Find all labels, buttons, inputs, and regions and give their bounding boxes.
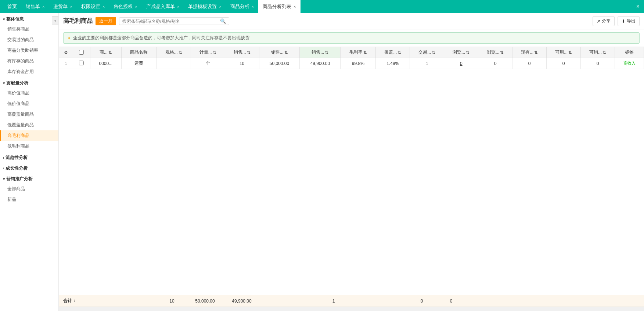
cell-name: 运费 xyxy=(121,58,156,69)
sidebar-group-contribution[interactable]: ▾ 贡献量分析 xyxy=(0,77,58,88)
nav-product-analysis[interactable]: 商品分析 × xyxy=(226,0,258,13)
cell-spec xyxy=(156,58,191,69)
sidebar-item-high-margin[interactable]: 高毛利商品 xyxy=(0,130,58,141)
close-product-entry[interactable]: × xyxy=(177,4,179,9)
col-gross-margin[interactable]: 毛利率 ⇅ xyxy=(341,47,376,58)
summary-transactions: 1 xyxy=(319,299,348,304)
page-title: 高毛利商品 xyxy=(63,17,93,25)
table-header-row: ⚙ 商... ⇅ 商品名称 规格... ⇅ 计量... ⇅ 销售... ⇅ 销售… xyxy=(59,47,644,58)
nav-permission-settings[interactable]: 权限设置 × xyxy=(77,0,109,13)
sidebar-item-category-sales-rate[interactable]: 商品分类助销率 xyxy=(0,45,58,56)
col-coverage[interactable]: 覆盖... ⇅ xyxy=(376,47,410,58)
sidebar-item-high-coverage[interactable]: 高覆盖量商品 xyxy=(0,109,58,120)
close-sales-order[interactable]: × xyxy=(42,4,44,9)
sidebar-item-sales-goods[interactable]: 销售类商品 xyxy=(0,24,58,35)
col-sales-amount[interactable]: 销售... ⇅ xyxy=(259,47,300,58)
nav-home[interactable]: 首页 xyxy=(3,0,21,13)
col-browse2[interactable]: 浏览... ⇅ xyxy=(478,47,512,58)
sidebar-item-new-goods[interactable]: 新品 xyxy=(0,194,58,205)
cell-sales-amount: 50,000.00 xyxy=(259,58,300,69)
nav-role-auth[interactable]: 角色授权 × xyxy=(109,0,141,13)
data-table: ⚙ 商... ⇅ 商品名称 规格... ⇅ 计量... ⇅ 销售... ⇅ 销售… xyxy=(59,47,644,69)
sidebar-group-marketing[interactable]: ▾ 营销推广分析 xyxy=(0,173,58,184)
search-input[interactable] xyxy=(122,19,220,24)
notice-icon: ✦ xyxy=(67,36,71,41)
select-all-checkbox[interactable] xyxy=(79,50,84,55)
sidebar-item-traded-goods[interactable]: 交易过的商品 xyxy=(0,35,58,45)
cell-current-stock: 0 xyxy=(512,58,547,69)
cell-tag: 高收入 xyxy=(615,58,644,69)
col-spec[interactable]: 规格... ⇅ xyxy=(156,47,191,58)
sidebar-group-overall[interactable]: ▾ 整体信息 xyxy=(0,13,58,24)
col-sales-cost[interactable]: 销售... ⇅ xyxy=(300,47,341,58)
search-icon[interactable]: 🔍 xyxy=(220,18,226,24)
col-transactions[interactable]: 交易... ⇅ xyxy=(410,47,444,58)
share-icon: ↗ xyxy=(597,19,600,24)
table-container: ⚙ 商... ⇅ 商品名称 规格... ⇅ 计量... ⇅ 销售... ⇅ 销售… xyxy=(59,47,644,295)
header-actions: ↗ 分享 ⬇ 导出 xyxy=(593,16,640,26)
close-product-analysis-list[interactable]: × xyxy=(294,4,296,9)
summary-label: 合计： xyxy=(63,298,76,304)
table-row: 1 0000... 运费 个 10 50,000.00 49,900.00 99… xyxy=(59,58,644,69)
summary-current-stock: 0 xyxy=(407,299,436,304)
close-permission-settings[interactable]: × xyxy=(102,4,105,9)
cell-sales-cost: 49,900.00 xyxy=(300,58,341,69)
sidebar-item-low-margin[interactable]: 低毛利商品 xyxy=(0,141,58,152)
col-name: 商品名称 xyxy=(121,47,156,58)
cell-checkbox[interactable] xyxy=(73,58,90,69)
cell-browse1[interactable]: 0 xyxy=(444,58,478,69)
col-sales-qty[interactable]: 销售... ⇅ xyxy=(225,47,259,58)
cell-gross-margin: 99.8% xyxy=(341,58,376,69)
sidebar-item-stock-fund[interactable]: 库存资金占用 xyxy=(0,66,58,77)
col-tag: 标签 xyxy=(615,47,644,58)
col-code[interactable]: 商... ⇅ xyxy=(90,47,122,58)
row-checkbox[interactable] xyxy=(79,61,84,65)
col-available-stock[interactable]: 可用... ⇅ xyxy=(547,47,581,58)
notice-bar: ✦ 企业的主要的利润都是这部分商品创造的，可考虑加大推广，同时关注库存是不要出现… xyxy=(63,32,640,44)
sidebar-collapse-btn[interactable]: « xyxy=(52,16,58,25)
content-area: 高毛利商品 近一月 🔍 ↗ 分享 ⬇ 导出 ✦ 企业的主要的利润都是这部分商品创… xyxy=(59,13,644,311)
close-template-settings[interactable]: × xyxy=(219,4,221,9)
sidebar-group-growth[interactable]: › 成长性分析 xyxy=(0,162,58,173)
nav-product-analysis-list[interactable]: 商品分析列表 × xyxy=(258,0,300,13)
sidebar-item-all-goods[interactable]: 全部商品 xyxy=(0,184,58,194)
close-purchase-order[interactable]: × xyxy=(70,4,72,9)
close-role-auth[interactable]: × xyxy=(135,4,137,9)
cell-browse2: 0 xyxy=(478,58,512,69)
cell-index: 1 xyxy=(59,58,73,69)
nav-purchase-order[interactable]: 进货单 × xyxy=(49,0,76,13)
sidebar-item-low-value[interactable]: 低价值商品 xyxy=(0,98,58,109)
arrow-trend: › xyxy=(3,156,4,160)
nav-product-entry[interactable]: 产成品入库单 × xyxy=(142,0,184,13)
cell-unit: 个 xyxy=(191,58,225,69)
col-browse1[interactable]: 浏览... ⇅ xyxy=(444,47,478,58)
nav-sales-order[interactable]: 销售单 × xyxy=(21,0,49,13)
export-button[interactable]: ⬇ 导出 xyxy=(618,16,640,26)
horizontal-scrollbar[interactable] xyxy=(59,307,644,311)
cell-sales-qty: 10 xyxy=(225,58,259,69)
col-checkbox[interactable] xyxy=(73,47,90,58)
arrow-overall: ▾ xyxy=(3,17,5,21)
arrow-marketing: ▾ xyxy=(3,177,5,181)
sidebar-item-high-value[interactable]: 高价值商品 xyxy=(0,88,58,98)
cell-code[interactable]: 0000... xyxy=(90,58,122,69)
col-current-stock[interactable]: 现有... ⇅ xyxy=(512,47,547,58)
content-header: 高毛利商品 近一月 🔍 ↗ 分享 ⬇ 导出 xyxy=(59,13,644,29)
notice-text: 企业的主要的利润都是这部分商品创造的，可考虑加大推广，同时关注库存是不要出现缺货 xyxy=(73,35,249,41)
sidebar-group-trend[interactable]: › 流趋性分析 xyxy=(0,152,58,162)
close-all-tabs[interactable]: × xyxy=(636,3,640,10)
share-button[interactable]: ↗ 分享 xyxy=(593,16,615,26)
summary-sales-cost: 49,900.00 xyxy=(223,299,260,304)
col-index: ⚙ xyxy=(59,47,73,58)
col-unit[interactable]: 计量... ⇅ xyxy=(191,47,225,58)
close-product-analysis[interactable]: × xyxy=(252,4,254,9)
top-nav: 首页 销售单 × 进货单 × 权限设置 × 角色授权 × 产成品入库单 × 单据… xyxy=(0,0,644,13)
sidebar-item-in-stock-goods[interactable]: 有库存的商品 xyxy=(0,56,58,66)
sidebar-item-low-coverage[interactable]: 低覆盖量商品 xyxy=(0,120,58,130)
sidebar: « ▾ 整体信息 销售类商品 交易过的商品 商品分类助销率 有库存的商品 库存资… xyxy=(0,13,59,311)
nav-template-settings[interactable]: 单据模板设置 × xyxy=(184,0,226,13)
period-button[interactable]: 近一月 xyxy=(96,17,116,25)
col-sellable-stock[interactable]: 可销... ⇅ xyxy=(581,47,615,58)
cell-available-stock: 0 xyxy=(547,58,581,69)
search-box: 🔍 xyxy=(119,17,229,25)
